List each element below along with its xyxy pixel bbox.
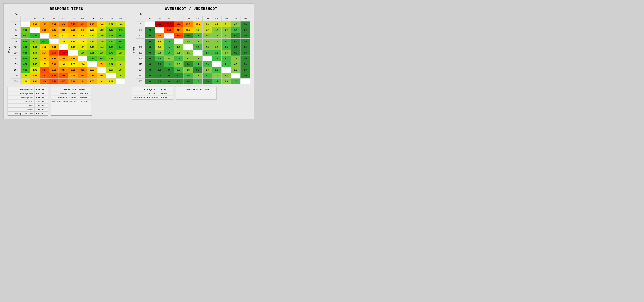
table-cell: 1.67 (87, 44, 97, 50)
table-cell: 2.63 (68, 27, 78, 33)
table-cell: 2.22 (68, 62, 78, 67)
table-cell: 2.62 (30, 78, 40, 84)
table-cell: 0.0 (193, 67, 202, 73)
table-cell: 3.54 (40, 67, 49, 73)
table-cell: 0.68 (21, 38, 30, 44)
table-cell: 25.3 (183, 22, 193, 27)
table-row: 1530.481.522.682.922.842.690.640.881.121… (11, 56, 126, 62)
row-header-3: 77 (11, 38, 21, 44)
table-cell: 1.4 (164, 44, 174, 50)
table-cell: 0.0 (164, 78, 174, 84)
table-cell: 3.5 (222, 78, 231, 84)
col-header-10: 230 (231, 16, 240, 22)
table-cell (193, 50, 202, 56)
table-cell: 1.67 (106, 67, 116, 73)
table-cell (40, 33, 49, 38)
table-cell: 2.9 (183, 38, 193, 44)
col-header-0 (136, 16, 146, 22)
table-cell: 1.26 (116, 50, 126, 56)
table-row: 02.682.933.043.163.463.322.982.461.711.8… (11, 22, 126, 27)
table-cell: 2.48 (78, 27, 88, 33)
table-cell: 29.6 (174, 27, 183, 33)
table-cell: 1.7 (193, 62, 202, 67)
col-header-7: 153 (78, 16, 88, 22)
table-cell: 0.98 (21, 27, 30, 33)
table-row: 089.861.039.625.312.09.08.77.14.60.0 (136, 22, 250, 27)
table-cell: 2.69 (68, 56, 78, 62)
col-header-0 (11, 16, 21, 22)
table-cell: 2.79 (68, 73, 78, 78)
stats-value: 0.29 ms (34, 104, 48, 108)
table-cell: 3.43 (40, 73, 49, 78)
table-cell: 0.68 (106, 44, 116, 50)
table-cell: 3.9 (222, 27, 231, 33)
table-row: 2040.00.00.01.62.80.03.02.02.70.0 (136, 67, 250, 73)
table-cell (68, 50, 78, 56)
table-cell: 0.0 (231, 38, 240, 44)
col-header-1: 0 (145, 16, 155, 22)
stats-row: Best0.29 ms (8, 104, 48, 108)
panels: RESPONSE TIMES To From 02651771021281531… (8, 7, 250, 116)
overdrive-value: VRR (203, 88, 216, 91)
table-cell: 0.0 (231, 44, 240, 50)
os-axis-from: From (132, 47, 135, 53)
table-cell: 2.8 (212, 38, 222, 44)
table-cell: 0.96 (106, 33, 116, 38)
row-header-2: 51 (136, 33, 146, 38)
overshoot-title: OVERSHOOT / UNDERSHOOT (132, 7, 250, 11)
table-cell: 0.0 (202, 78, 212, 84)
table-cell: 2.55 (97, 73, 106, 78)
table-cell: 2.48 (68, 33, 78, 38)
table-row: 260.982.962.852.592.632.482.131.681.050.… (11, 27, 126, 33)
col-header-11: 255 (116, 16, 126, 22)
table-cell: 0.0 (240, 56, 250, 62)
table-cell (78, 56, 88, 62)
response-times-table: 026517710212815317920423025502.682.933.0… (11, 16, 126, 84)
table-cell: 2.3 (174, 44, 183, 50)
table-cell: 9.0 (202, 22, 212, 27)
table-cell (106, 73, 116, 78)
stats-label: Average Error (132, 88, 159, 91)
table-cell: 0.0 (145, 33, 155, 38)
table-cell: 2.39 (40, 62, 49, 67)
table-cell: 1.61 (116, 62, 126, 67)
table-cell: 3.04 (49, 22, 59, 27)
table-row: 1020.601.462.422.641.981.971.671.440.680… (11, 44, 126, 50)
table-cell: 0.73 (106, 50, 116, 56)
table-cell: 1.50 (30, 50, 40, 56)
stats-label: Average Fall (8, 96, 34, 99)
col-header-10: 230 (106, 16, 116, 22)
stats-row: Worst4.22 ms (8, 108, 48, 112)
table-cell: 1.68 (97, 27, 106, 33)
col-header-3: 51 (40, 16, 49, 22)
table-cell: 3.3 (174, 62, 183, 67)
table-cell: 3.4 (212, 33, 222, 38)
table-cell: 3.36 (40, 78, 49, 84)
row-header-9: 230 (11, 73, 21, 78)
table-cell: 2.93 (40, 22, 49, 27)
table-cell: 2.02 (106, 78, 116, 84)
stats-row: Refresh Window16.67 ms (51, 92, 92, 96)
col-header-9: 204 (97, 16, 106, 22)
row-header-2: 51 (11, 33, 21, 38)
table-row: 1530.01.22.81.42.12.31.91.72.10.0 (136, 56, 250, 62)
table-cell (49, 38, 59, 44)
table-cell: 3.56 (49, 78, 59, 84)
table-cell: 3.01 (68, 78, 78, 84)
table-cell: 2.70 (87, 78, 97, 84)
table-cell: 1.50 (97, 38, 106, 44)
table-cell: 1.6 (174, 67, 183, 73)
os-stats-section: Average Error5.2 %Worst Error89.8 %Error… (132, 87, 250, 100)
table-row: 510.810.292.672.332.482.381.981.490.960.… (11, 33, 126, 38)
table-cell: 7.1 (222, 22, 231, 27)
row-header-0: 0 (136, 22, 146, 27)
table-cell: 2.3 (202, 38, 212, 44)
table-cell: 0.0 (145, 73, 155, 78)
table-cell: 0.0 (145, 56, 155, 62)
table-cell: 0.0 (231, 50, 240, 56)
overdrive-label: Overdrive Mode (176, 88, 203, 91)
table-cell: 1.5 (231, 78, 240, 84)
table-row: 1020.05.11.42.31.62.52.81.80.00.0 (136, 44, 250, 50)
table-cell: 2.1 (174, 50, 183, 56)
table-cell: 1.86 (116, 22, 126, 27)
